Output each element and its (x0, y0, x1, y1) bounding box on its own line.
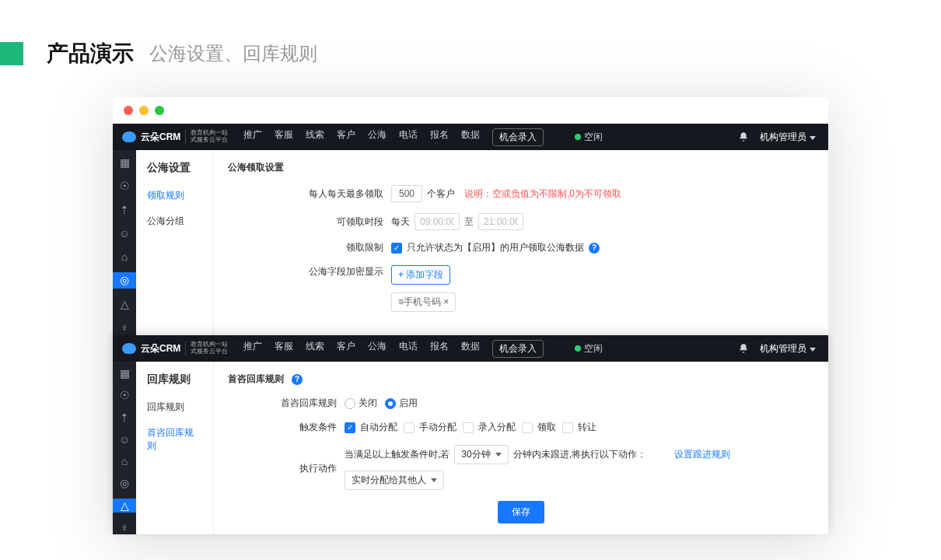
field-tag-phone[interactable]: ≡手机号码 × (391, 292, 456, 312)
logo-text: 云朵CRM (141, 131, 180, 144)
nav-item[interactable]: 报名 (430, 128, 449, 146)
add-field-button[interactable]: + 添加字段 (391, 265, 450, 285)
nav-item[interactable]: 线索 (306, 340, 324, 358)
rail-dashboard-icon[interactable]: ▦ (113, 155, 136, 170)
rail-stats-icon[interactable]: ⇡ (113, 202, 136, 218)
sidebar-title: 公海设置 (136, 150, 213, 183)
rail-person-icon[interactable]: ♀ (113, 520, 136, 534)
sidebar-item-return-rules[interactable]: 回库规则 (136, 394, 213, 420)
minutes-select[interactable]: 30分钟 (454, 445, 508, 464)
chk-label: 转让 (578, 421, 596, 434)
nav-item[interactable]: 客户 (337, 340, 355, 358)
nav-item[interactable]: 线索 (306, 128, 324, 146)
set-follow-rule-link[interactable]: 设置跟进规则 (674, 448, 730, 461)
bell-icon[interactable] (738, 343, 749, 354)
time-start-input[interactable] (415, 213, 460, 230)
help-icon[interactable]: ? (292, 374, 303, 385)
nav-item[interactable]: 公海 (368, 340, 387, 358)
assign-to-select[interactable]: 实时分配给其他人 (345, 471, 444, 490)
rail-shield-icon[interactable]: ☉ (113, 178, 136, 194)
topbar: 云朵CRM 教育机构一站式服务云平台 推广 客服 线索 客户 公海 电话 报名 … (113, 124, 828, 150)
logo: 云朵CRM 教育机构一站式服务云平台 (113, 341, 236, 355)
rail-return-icon[interactable]: △ (113, 296, 136, 312)
sidebar-item-groups[interactable]: 公海分组 (136, 208, 213, 234)
user-label: 机构管理员 (760, 343, 806, 354)
opportunity-entry-button[interactable]: 机会录入 (492, 340, 544, 358)
label-claim-limit: 领取限制 (228, 241, 383, 254)
user-menu[interactable]: 机构管理员 (760, 131, 816, 144)
max-claim-input[interactable] (391, 185, 422, 202)
chk-claim[interactable] (522, 422, 533, 433)
status-dot-icon (575, 134, 581, 140)
minimize-dot-icon[interactable] (139, 106, 149, 115)
exec-line-a: 当满足以上触发条件时,若 (345, 448, 450, 461)
nav-item[interactable]: 推广 (243, 128, 262, 146)
topbar: 云朵CRM 教育机构一站式服务云平台 推广 客服 线索 客户 公海 电话 报名 … (113, 335, 828, 362)
window-return-rules: 云朵CRM 教育机构一站式服务云平台 推广 客服 线索 客户 公海 电话 报名 … (113, 335, 828, 534)
nav-item[interactable]: 数据 (461, 340, 480, 358)
radio-on[interactable] (385, 398, 396, 409)
cloud-icon (122, 131, 136, 142)
logo-sub: 教育机构一站式服务云平台 (185, 130, 228, 144)
opportunity-entry-button[interactable]: 机会录入 (492, 128, 544, 146)
claim-limit-checkbox[interactable]: ✓ (391, 243, 402, 254)
chk-transfer[interactable] (562, 422, 573, 433)
max-claim-suffix: 个客户 (427, 187, 455, 201)
nav-item[interactable]: 数据 (461, 128, 480, 146)
sidebar-item-claim-rules[interactable]: 领取规则 (136, 183, 213, 208)
time-end-input[interactable] (478, 213, 523, 230)
rail-gonghai-icon[interactable]: ◎ (113, 272, 136, 288)
logo: 云朵CRM 教育机构一站式服务云平台 (113, 130, 236, 144)
time-prefix: 每天 (391, 215, 410, 229)
rail-dashboard-icon[interactable]: ▦ (113, 366, 136, 380)
label-trigger-cond: 触发条件 (228, 421, 337, 434)
rail-return-icon[interactable]: △ (113, 499, 136, 513)
mac-titlebar (113, 97, 828, 124)
nav-item[interactable]: 报名 (430, 340, 449, 358)
label-max-claim: 每人每天最多领取 (228, 187, 383, 201)
content-title: 首咨回库规则 (228, 373, 284, 386)
caret-down-icon (431, 478, 437, 482)
chk-manual-assign[interactable] (404, 422, 415, 433)
cloud-icon (122, 343, 136, 354)
help-icon[interactable]: ? (589, 243, 600, 254)
chk-auto-assign[interactable]: ✓ (345, 422, 355, 433)
nav-item[interactable]: 电话 (399, 340, 418, 358)
nav-item[interactable]: 推广 (243, 340, 262, 358)
main-content: 公海领取设置 每人每天最多领取 个客户 说明：空或负值为不限制,0为不可领取 可… (214, 150, 828, 335)
logo-text: 云朵CRM (141, 342, 180, 355)
nav-item[interactable]: 电话 (399, 128, 418, 146)
save-button[interactable]: 保存 (498, 501, 544, 523)
nav-item[interactable]: 客服 (275, 340, 293, 358)
close-dot-icon[interactable] (124, 106, 133, 115)
rail-edu-icon[interactable]: ⌂ (113, 249, 136, 264)
rail-gonghai-icon[interactable]: ◎ (113, 476, 136, 490)
rail-stats-icon[interactable]: ⇡ (113, 411, 136, 425)
chk-label: 领取 (537, 421, 556, 434)
status-text: 空闲 (584, 131, 603, 142)
rail-person-icon[interactable]: ♀ (113, 320, 136, 335)
bell-icon[interactable] (738, 131, 749, 142)
rail-edu-icon[interactable]: ⌂ (113, 454, 136, 468)
nav-item[interactable]: 公海 (368, 128, 387, 146)
rail-shield-icon[interactable]: ☉ (113, 388, 136, 402)
radio-off[interactable] (345, 398, 355, 409)
top-nav: 推广 客服 线索 客户 公海 电话 报名 数据 机会录入 (243, 340, 544, 358)
chk-label: 录入分配 (478, 421, 516, 434)
logo-sub: 教育机构一站式服务云平台 (185, 341, 228, 355)
accent-block (0, 42, 23, 65)
label-time-range: 可领取时段 (228, 215, 383, 229)
sidebar-item-first-consult[interactable]: 首咨回库规则 (136, 420, 213, 459)
user-menu[interactable]: 机构管理员 (760, 342, 816, 355)
zoom-dot-icon[interactable] (155, 106, 164, 115)
rail-user-icon[interactable]: ☺ (113, 432, 136, 446)
nav-item[interactable]: 客户 (337, 128, 355, 146)
content-title: 公海领取设置 (228, 161, 814, 174)
nav-item[interactable]: 客服 (275, 128, 293, 146)
page-subtitle: 公海设置、回库规则 (149, 41, 317, 66)
chk-label: 自动分配 (360, 421, 397, 434)
chk-input-assign[interactable] (463, 422, 474, 433)
icon-rail: ▦ ☉ ⇡ ☺ ⌂ ◎ △ ♀ (113, 150, 136, 335)
chk-label: 手动分配 (419, 421, 457, 434)
rail-user-icon[interactable]: ☺ (113, 226, 136, 241)
